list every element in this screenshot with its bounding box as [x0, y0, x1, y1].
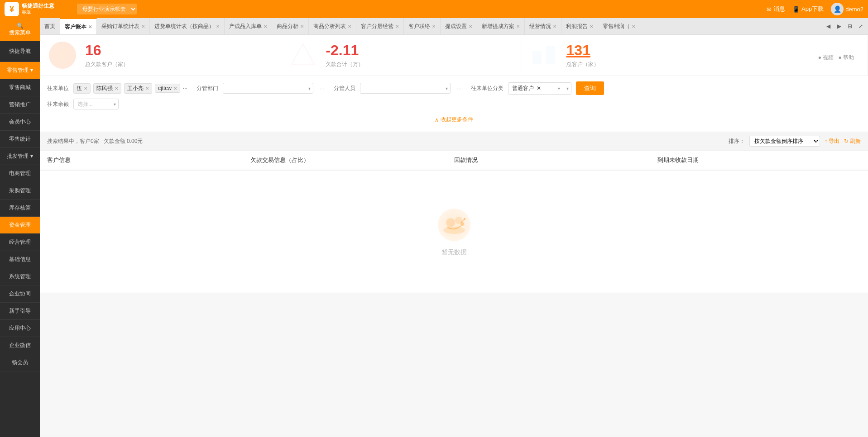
tab-customer-ledger[interactable]: 客户账本 ✕: [60, 18, 97, 34]
sidebar-item-purchase[interactable]: 采购管理: [0, 182, 40, 200]
sidebar-item-retail-stats[interactable]: 零售统计: [0, 131, 40, 148]
close-tag-chen[interactable]: ✕: [115, 86, 118, 91]
person-select[interactable]: [360, 83, 451, 94]
close-tab-commission[interactable]: ✕: [469, 24, 472, 29]
sort-select-wrap: 按欠款金额倒序排序: [749, 136, 820, 147]
app-sub: 标版: [22, 9, 54, 15]
avatar: 👤: [831, 3, 844, 15]
stat-label-debt: 欠款合计（万）: [326, 61, 364, 68]
tab-product-analysis-list[interactable]: 商品分析列表 ✕: [309, 18, 356, 34]
app-download-btn[interactable]: 📱 App下载: [792, 5, 824, 13]
query-button[interactable]: 查询: [576, 81, 604, 95]
stat-value-customers[interactable]: 131: [566, 42, 599, 59]
close-tab-new-commission[interactable]: ✕: [516, 24, 520, 29]
svg-text:¥: ¥: [59, 49, 66, 61]
close-tag-wu[interactable]: ✕: [84, 86, 87, 91]
sidebar-item-quick-nav[interactable]: 快捷导航: [0, 44, 40, 59]
top-bar: ¥ 畅捷通好生意 标版 母婴行业演示帐套 ✉ 消息 📱 App下载 👤: [0, 0, 868, 18]
help-link[interactable]: ● 帮助: [838, 54, 854, 62]
refresh-btn[interactable]: ↻ 刷新: [844, 138, 861, 145]
sidebar-item-appstore[interactable]: 应用中心: [0, 320, 40, 337]
sidebar-item-wholesale[interactable]: 批发管理 ▾: [0, 148, 40, 165]
sidebar-item-retail-mall[interactable]: 零售商城: [0, 79, 40, 96]
balance-select[interactable]: 选择...: [73, 99, 119, 109]
message-btn[interactable]: ✉ 消息: [767, 5, 785, 13]
close-tab-customer-ledger[interactable]: ✕: [88, 24, 92, 29]
logo-icon: ¥: [5, 2, 19, 16]
result-info: 搜索结果中，客户0家 欠款金额 0.00元: [47, 138, 143, 145]
sidebar-item-member[interactable]: 会员中心: [0, 114, 40, 131]
close-tab-profit[interactable]: ✕: [590, 24, 593, 29]
sidebar-item-marketing[interactable]: 营销推广: [0, 96, 40, 114]
sort-select[interactable]: 按欠款金额倒序排序: [749, 136, 820, 147]
video-link[interactable]: ● 视频: [818, 54, 834, 62]
tab-purchase-stats[interactable]: 采购订单统计表 ✕: [97, 18, 150, 34]
tab-product-instock[interactable]: 产成品入库单 ✕: [225, 18, 272, 34]
export-btn[interactable]: ↑ 导出: [825, 138, 839, 145]
no-data-icon: [436, 207, 472, 243]
close-tab-analysis[interactable]: ✕: [300, 24, 304, 29]
filter-area: 往来单位 伍 ✕ 陈民强 ✕ 王小亮: [40, 76, 868, 132]
unit-class-select-wrap: 普通客户 ✕ ▾: [508, 82, 571, 95]
sidebar-item-inventory[interactable]: 库存核算: [0, 200, 40, 217]
close-tag-cjttcw[interactable]: ✕: [173, 86, 177, 91]
main-content: 首页 客户账本 ✕ 采购订单统计表 ✕ 进货单统计表（按商品） ✕ 产成品入库单…: [40, 18, 868, 437]
tab-product-analysis[interactable]: 商品分析 ✕: [272, 18, 309, 34]
collapse-area: ∧ 收起更多条件: [47, 113, 861, 126]
unit-class-display[interactable]: 普通客户 ✕ ▾: [508, 82, 571, 95]
account-selector[interactable]: 母婴行业演示帐套: [77, 4, 137, 14]
tab-fullscreen[interactable]: ⤢: [856, 22, 865, 31]
tab-customer-tier[interactable]: 客户分层经营 ✕: [356, 18, 404, 34]
tab-scroll-right[interactable]: ▶: [834, 22, 844, 31]
sidebar-item-wechat[interactable]: 企业微信: [0, 337, 40, 354]
filter-tags-unit: 伍 ✕ 陈民强 ✕ 王小亮 ✕: [73, 83, 187, 94]
tab-customer-contact[interactable]: 客户联络 ✕: [404, 18, 441, 34]
sidebar-item-enterprise[interactable]: 企业协同: [0, 285, 40, 303]
close-tab-contact[interactable]: ✕: [432, 24, 436, 29]
close-tab-product[interactable]: ✕: [264, 24, 267, 29]
sidebar-item-system[interactable]: 系统管理: [0, 268, 40, 285]
dept-select[interactable]: [223, 83, 313, 94]
sidebar-quick-nav: 快捷导航: [0, 41, 40, 62]
tab-bar: 首页 客户账本 ✕ 采购订单统计表 ✕ 进货单统计表（按商品） ✕ 产成品入库单…: [40, 18, 868, 35]
close-tab-customer-tier[interactable]: ✕: [395, 24, 399, 29]
filter-more-tags[interactable]: ···: [183, 85, 187, 91]
sidebar-item-operation[interactable]: 经营管理: [0, 234, 40, 251]
sidebar-item-basic[interactable]: 基础信息: [0, 251, 40, 268]
svg-point-6: [446, 218, 455, 227]
sidebar-item-guide[interactable]: 新手引导: [0, 303, 40, 320]
close-tab-incoming[interactable]: ✕: [216, 24, 220, 29]
close-unit-class[interactable]: ✕: [537, 85, 541, 91]
sidebar-search[interactable]: 🔍 搜索菜单: [0, 18, 40, 41]
tab-commission-settings[interactable]: 提成设置 ✕: [441, 18, 477, 34]
svg-point-10: [464, 218, 465, 220]
tab-business-status[interactable]: 经营情况 ✕: [525, 18, 561, 34]
top-bar-right: ✉ 消息 📱 App下载 👤 demo2: [767, 3, 863, 15]
filter-tag-wang: 王小亮 ✕: [124, 83, 152, 94]
svg-rect-2: [532, 51, 542, 64]
tab-retail-profit[interactable]: 零售利润（ ✕: [598, 18, 640, 34]
tab-profit-report[interactable]: 利润报告 ✕: [561, 18, 598, 34]
tab-incoming-stats[interactable]: 进货单统计表（按商品） ✕: [150, 18, 225, 34]
close-tab-analysis-list[interactable]: ✕: [348, 24, 351, 29]
close-tab-retail-profit[interactable]: ✕: [632, 24, 635, 29]
user-menu[interactable]: 👤 demo2: [831, 3, 863, 15]
dept-dots: ···: [320, 85, 325, 92]
filter-label-balance: 往来余额: [47, 100, 69, 108]
close-tab-business[interactable]: ✕: [553, 24, 556, 29]
col-header-debt: 欠款交易信息（占比）: [250, 156, 454, 164]
sidebar-item-finance[interactable]: 资金管理: [0, 217, 40, 234]
sidebar-item-member2[interactable]: 畅会员: [0, 354, 40, 371]
stat-icon-debtors: ¥: [49, 42, 76, 69]
collapse-btn[interactable]: ∧ 收起更多条件: [47, 113, 861, 126]
filter-label-unit-class: 往来单位分类: [471, 85, 504, 92]
sidebar-item-ecommerce[interactable]: 电商管理: [0, 165, 40, 182]
close-tab-purchase-stats[interactable]: ✕: [141, 24, 145, 29]
tab-home[interactable]: 首页: [40, 18, 60, 34]
tab-new-commission[interactable]: 新增提成方案 ✕: [477, 18, 525, 34]
close-tag-wang[interactable]: ✕: [145, 86, 149, 91]
stat-card-customers: 131 总客户（家） ● 视频 ● 帮助: [521, 35, 868, 76]
tab-scroll-left[interactable]: ◀: [824, 22, 833, 31]
sidebar-item-retail[interactable]: 零售管理 ▾: [0, 62, 40, 79]
tab-more[interactable]: ⊟: [845, 22, 854, 31]
